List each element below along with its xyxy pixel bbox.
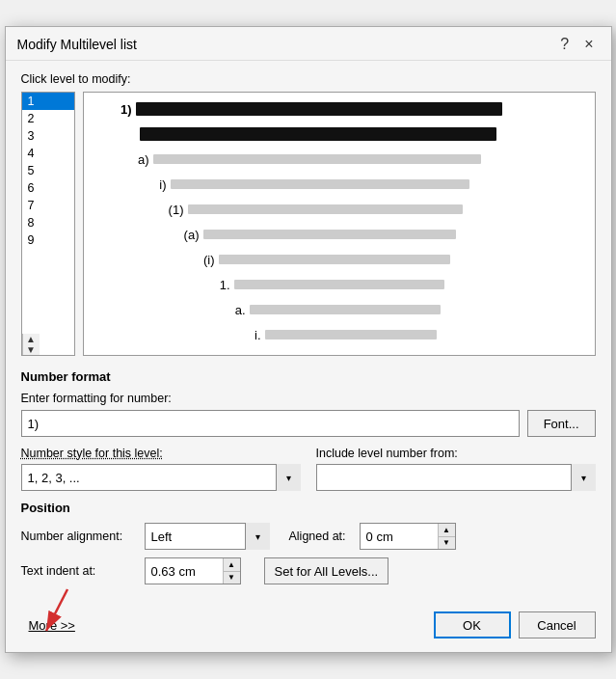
preview-row-1: 1) [94,98,585,120]
dialog-title: Modify Multilevel list [17,37,137,52]
text-indent-spinbtns: ▲ ▼ [223,558,240,584]
text-indent-label: Text indent at: [21,564,137,578]
level-item-4[interactable]: 4 [22,145,74,162]
preview-row-4: i) [128,174,585,195]
preview-label-8: 1. [192,278,230,292]
aligned-at-down[interactable]: ▼ [439,536,455,550]
number-alignment-select-wrap: Left Center Right ▾ [145,523,270,550]
level-item-9[interactable]: 9 [22,231,74,249]
preview-row-9: a. [207,299,585,320]
preview-row-2 [94,123,585,145]
number-alignment-select[interactable]: Left Center Right [145,523,270,550]
include-level-select-wrap: Level 1 Level 2 ▾ [316,464,596,491]
title-bar: Modify Multilevel list ? × [6,27,611,61]
level-list-inner: 1 2 3 4 5 6 7 8 9 [22,93,74,334]
preview-label-4: i) [128,177,167,192]
preview-label-9: a. [207,303,246,317]
number-alignment-label: Number alignment: [21,530,137,543]
number-format-section-label: Number format [21,369,596,384]
level-scrollbar: ▲ ▼ [22,334,40,355]
close-button[interactable]: × [578,35,599,54]
scroll-down-button[interactable]: ▼ [23,344,40,355]
level-list: 1 2 3 4 5 6 7 8 9 ▲ ▼ [21,92,75,356]
level-item-1[interactable]: 1 [22,93,74,110]
number-style-label: Number style for this level: [21,447,301,460]
preview-bar-7 [219,255,450,264]
position-section-label: Position [21,501,596,515]
aligned-at-spinner: ▲ ▼ [360,523,456,550]
help-button[interactable]: ? [554,35,575,54]
scroll-up-button[interactable]: ▲ [23,334,40,344]
position-row-1: Number alignment: Left Center Right ▾ Al… [21,523,596,550]
aligned-at-label: Aligned at: [289,530,346,543]
format-input-row: Font... [21,410,596,437]
aligned-at-input[interactable] [361,524,438,549]
text-indent-input[interactable] [146,558,223,584]
preview-row-8: 1. [192,274,585,295]
dialog-body: Click level to modify: 1 2 3 4 5 6 7 8 9… [6,61,611,598]
level-item-6[interactable]: 6 [22,179,74,197]
level-item-5[interactable]: 5 [22,162,74,179]
preview-label-7: (i) [176,253,215,267]
preview-bar-9 [250,305,441,314]
text-indent-spinner: ▲ ▼ [145,557,241,584]
more-button[interactable]: More >> [21,614,83,637]
preview-row-6: (a) [161,224,585,245]
enter-formatting-label: Enter formatting for number: [21,392,596,405]
include-level-label: Include level number from: [316,447,596,460]
preview-bar-1 [136,102,502,116]
preview-bar-2 [140,127,496,141]
preview-bar-10 [265,330,437,340]
set-for-all-button[interactable]: Set for All Levels... [264,557,389,584]
preview-label-10: i. [223,328,261,342]
preview-label-3: a) [111,152,149,167]
format-input[interactable] [21,410,520,437]
level-item-3[interactable]: 3 [22,127,74,145]
preview-row-7: (i) [176,249,585,270]
title-bar-controls: ? × [554,35,599,54]
include-level-item: Include level number from: Level 1 Level… [316,447,596,491]
preview-row-5: (1) [146,199,585,220]
preview-bar-4 [171,179,469,189]
text-indent-up[interactable]: ▲ [224,558,240,571]
preview-row-3: a) [111,149,585,170]
preview-bar-6 [203,230,456,239]
level-preview-row: 1 2 3 4 5 6 7 8 9 ▲ ▼ 1) [21,92,596,356]
preview-box: 1) a) i) [83,92,596,356]
level-item-8[interactable]: 8 [22,214,74,231]
preview-bar-3 [153,154,481,164]
preview-label-1: 1) [94,102,132,117]
number-style-select-wrap: 1, 2, 3, ... a, b, c, ... i, ii, iii, ..… [21,464,301,491]
click-level-label: Click level to modify: [21,72,596,86]
position-section: Position Number alignment: Left Center R… [21,501,596,584]
dialog-footer: More >> OK Cancel [6,602,611,652]
preview-label-6: (a) [161,228,200,242]
preview-bar-8 [234,280,444,289]
font-button[interactable]: Font... [527,410,596,437]
aligned-at-spinbtns: ▲ ▼ [438,524,455,549]
cancel-button[interactable]: Cancel [519,611,596,638]
aligned-at-up[interactable]: ▲ [439,524,455,536]
preview-label-5: (1) [146,203,184,217]
modify-multilevel-dialog: Modify Multilevel list ? × Click level t… [5,26,612,653]
ok-button[interactable]: OK [434,611,511,638]
level-item-2[interactable]: 2 [22,110,74,127]
style-level-row: Number style for this level: 1, 2, 3, ..… [21,447,596,491]
include-level-select[interactable]: Level 1 Level 2 [316,464,596,491]
number-style-item: Number style for this level: 1, 2, 3, ..… [21,447,301,491]
text-indent-down[interactable]: ▼ [224,571,240,584]
level-item-7[interactable]: 7 [22,197,74,214]
position-grid: Number alignment: Left Center Right ▾ Al… [21,523,596,584]
number-style-select[interactable]: 1, 2, 3, ... a, b, c, ... i, ii, iii, ..… [21,464,301,491]
preview-bar-5 [188,204,463,214]
footer-left: More >> [21,614,83,637]
position-row-2: Text indent at: ▲ ▼ Set for All Levels..… [21,557,596,584]
footer-right: OK Cancel [434,611,596,638]
preview-row-10: i. [223,324,585,345]
